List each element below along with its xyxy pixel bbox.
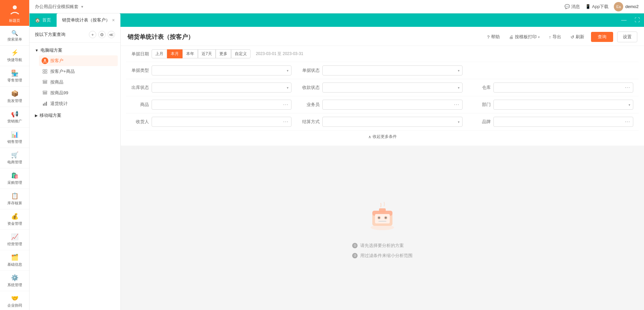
wholesale-icon: 📦 <box>11 90 18 97</box>
department-arrow-icon: ▾ <box>629 103 630 107</box>
tab-maximize-button[interactable]: ⛶ <box>631 17 644 23</box>
sidebar-item-marketing-label: 营销推广 <box>7 119 22 124</box>
svg-rect-10 <box>43 91 47 92</box>
date-buttons: 上月 本月 本年 近7天 更多 自定义 <box>152 49 251 58</box>
tab-close-button[interactable]: × <box>112 17 115 23</box>
sidebar-item-inventory[interactable]: 📋 库存核算 <box>0 189 29 209</box>
sidebar-item-quicknav[interactable]: ⚡ 快捷导航 <box>0 46 29 66</box>
export-button[interactable]: ↑ 导出 <box>546 33 564 41</box>
home-icon: 🏠 <box>35 18 40 23</box>
sidebar-item-operations[interactable]: 📈 经营管理 <box>0 230 29 250</box>
help-label: 帮助 <box>491 34 500 40</box>
receipt-status-input[interactable]: ▾ <box>322 83 462 93</box>
query-button[interactable]: 查询 <box>591 32 613 42</box>
avatar: Ea <box>614 2 623 11</box>
add-scheme-button[interactable]: + <box>89 31 96 38</box>
collapse-panel-button[interactable]: ≪ <box>108 31 115 38</box>
receipt-status-label: 收款状态 <box>302 85 320 91</box>
sidebar-item-purchase[interactable]: 🛍️ 采购管理 <box>0 168 29 189</box>
left-panel-header: 按以下方案查询 + ⚙ ≪ <box>30 27 120 43</box>
export-icon: ↑ <box>549 35 551 40</box>
print-button[interactable]: 🖨 按模板打印 ▾ <box>506 33 542 41</box>
sidebar-item-wholesale[interactable]: 📦 批发管理 <box>0 87 29 107</box>
date-btn-this-month[interactable]: 本月 <box>167 49 182 58</box>
brand-dots-icon: ··· <box>625 119 630 125</box>
topbar-arrow-icon: ▾ <box>81 4 83 9</box>
tab-home[interactable]: 🏠 首页 <box>30 13 57 27</box>
tree-item-return-stats[interactable]: 退货统计 <box>39 98 118 109</box>
sidebar-item-marketing[interactable]: 📢 营销推广 <box>0 107 29 127</box>
left-panel-title: 按以下方案查询 <box>35 32 65 38</box>
sales-icon: 📊 <box>11 131 18 138</box>
date-btn-custom[interactable]: 自定义 <box>231 49 251 58</box>
scheme-settings-button[interactable]: ⚙ <box>98 31 106 38</box>
sidebar-item-sales[interactable]: 📊 销售管理 <box>0 127 29 148</box>
salesperson-input[interactable]: ··· <box>322 100 462 110</box>
doc-type-input[interactable]: ▾ <box>152 65 291 75</box>
date-btn-this-year[interactable]: 本年 <box>182 49 198 58</box>
brand-label: 品牌 <box>473 119 491 125</box>
user-profile[interactable]: Ea demo2 <box>614 2 639 11</box>
tab-report-label: 销货单统计表（按客户） <box>62 17 110 23</box>
tree-item-by-goods[interactable]: 按商品 <box>39 77 118 88</box>
svg-rect-9 <box>43 83 47 84</box>
settlement-input[interactable]: ▾ <box>322 117 462 127</box>
message-button[interactable]: 💬 消息 <box>565 4 580 10</box>
sidebar-search[interactable]: 🔍 搜索菜单 <box>0 26 29 46</box>
sidebar-item-finance[interactable]: 💰 资金管理 <box>0 209 29 230</box>
tree-desktop-parent[interactable]: ▼ 电脑端方案 <box>32 45 118 55</box>
content-area: 按以下方案查询 + ⚙ ≪ ▼ 电脑端方案 <box>30 27 644 310</box>
tree-item-by-goods99[interactable]: 按商品99 <box>39 88 118 98</box>
filter-row4: 商品 ··· 业务员 ··· 部门 <box>126 96 639 113</box>
collapse-left-icon: ≪ <box>109 32 114 37</box>
tree-item-customer-goods-label: 按客户+商品 <box>50 68 75 74</box>
svg-rect-8 <box>43 82 47 83</box>
cooperation-icon: 🤝 <box>11 295 18 302</box>
sidebar-item-purchase-label: 采购管理 <box>7 180 22 185</box>
filter-row5: 收货人 ··· 结算方式 ▾ 品牌 <box>126 113 639 131</box>
date-btn-7days[interactable]: 近7天 <box>198 49 216 58</box>
brand-input[interactable]: ··· <box>493 117 633 127</box>
left-panel-actions: + ⚙ ≪ <box>89 31 115 38</box>
receiver-label: 收货人 <box>131 119 149 125</box>
receiver-input[interactable]: ··· <box>152 117 291 127</box>
app-download-button[interactable]: 📱 App下载 <box>585 4 608 10</box>
tree-item-by-customer[interactable]: 按客户 <box>39 55 118 66</box>
sidebar-item-system[interactable]: ⚙️ 系统管理 <box>0 271 29 291</box>
date-btn-more[interactable]: 更多 <box>216 49 231 58</box>
sidebar-item-ecommerce[interactable]: 🛒 电商管理 <box>0 148 29 168</box>
department-input[interactable]: ▾ <box>493 100 633 110</box>
sidebar-item-basic[interactable]: 🗂️ 基础信息 <box>0 250 29 271</box>
date-btn-last-month[interactable]: 上月 <box>152 49 167 58</box>
tree-item-by-customer-goods[interactable]: 按客户+商品 <box>39 66 118 77</box>
out-status-input[interactable]: ▾ <box>152 83 291 93</box>
svg-rect-7 <box>43 80 47 81</box>
topbar: 办公用品行业模拟账套 ▾ 💬 消息 📱 App下载 Ea demo2 <box>30 0 644 13</box>
goods-label: 商品 <box>131 102 149 108</box>
sidebar-item-cooperation[interactable]: 🤝 企业协同 <box>0 291 29 310</box>
doc-status-input[interactable]: ▾ <box>322 65 462 75</box>
scheme-table2-icon <box>42 90 48 96</box>
logo-icon <box>7 3 22 17</box>
collapse-filters-button[interactable]: ∧ 收起更多条件 <box>126 131 639 143</box>
sidebar-search-label: 搜索菜单 <box>7 37 22 42</box>
warehouse-label: 仓库 <box>473 85 491 91</box>
tip-num-2: ② <box>352 253 358 258</box>
username-label: demo2 <box>625 4 639 9</box>
help-button[interactable]: ? 帮助 <box>484 33 502 41</box>
settings-button[interactable]: 设置 <box>617 32 637 42</box>
tree-mobile-parent[interactable]: ▶ 移动端方案 <box>32 110 118 120</box>
collapse-label: 收起更多条件 <box>373 134 397 140</box>
sidebar-item-retail[interactable]: 🏪 零售管理 <box>0 66 29 87</box>
scheme-chart-icon <box>42 100 48 107</box>
filter-date-row: 单据日期 上月 本月 本年 近7天 更多 自定义 2023-03-01 至 20… <box>126 46 639 62</box>
tree-desktop-group: ▼ 电脑端方案 按客户 <box>30 45 120 109</box>
tab-report[interactable]: 销货单统计表（按客户） × <box>57 13 120 27</box>
export-label: 导出 <box>552 34 561 40</box>
tip-num-1: ① <box>352 243 358 248</box>
warehouse-input[interactable]: ··· <box>493 83 633 93</box>
goods-input[interactable]: ··· <box>152 100 291 110</box>
refresh-button[interactable]: ↺ 刷新 <box>568 33 587 41</box>
doc-status-label: 单据状态 <box>302 67 320 73</box>
tab-minimize-button[interactable]: — <box>617 17 631 23</box>
